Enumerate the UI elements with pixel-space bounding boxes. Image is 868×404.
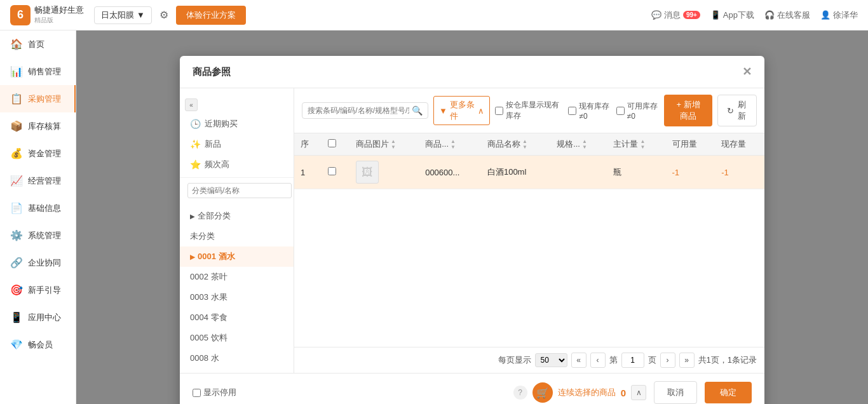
product-search-input[interactable] bbox=[308, 106, 409, 115]
modal-footer: 显示停用 ? 🛒 连续选择的商品 0 ∧ 取消 确定 bbox=[180, 373, 764, 404]
disabled-checkbox[interactable] bbox=[193, 389, 201, 397]
warehouse-checkbox[interactable] bbox=[495, 107, 503, 115]
product-reference-modal: 商品参照 ✕ « 🕒 近期购买 bbox=[180, 56, 764, 404]
enterprise-icon: 🔗 bbox=[10, 257, 23, 269]
refresh-button[interactable]: ↻ 刷新 bbox=[717, 95, 757, 126]
cat-0002-label: 0002 茶叶 bbox=[190, 271, 227, 283]
sort-image-icon: ▲▼ bbox=[391, 138, 396, 150]
modal-right-panel: 🔍 ▼ 更多条件 ∧ 按仓库显示现有库存 bbox=[294, 88, 764, 373]
quick-item-frequent-label: 频次高 bbox=[205, 159, 229, 170]
quick-item-recent[interactable]: 🕒 近期购买 bbox=[180, 114, 294, 134]
sidebar-item-home[interactable]: 🏠 首页 bbox=[0, 30, 76, 58]
user-avatar-area[interactable]: 👤 徐泽华 bbox=[820, 10, 858, 21]
category-list: ▶ 全部分类 未分类 ▶ 0001 酒水 0002 茶叶 bbox=[180, 203, 294, 373]
online-service-button[interactable]: 🎧 在线客服 bbox=[764, 10, 810, 21]
row-checkbox[interactable] bbox=[328, 167, 336, 175]
sidebar-item-enterprise[interactable]: 🔗 企业协同 bbox=[0, 249, 76, 276]
store-name: 日太阳膜 bbox=[101, 10, 134, 21]
col-image: 商品图片 ▲▼ bbox=[349, 133, 419, 156]
per-page-select[interactable]: 50 20 100 bbox=[535, 353, 567, 367]
sidebar-item-operation[interactable]: 📈 经营管理 bbox=[0, 167, 76, 194]
recent-icon: 🕒 bbox=[190, 119, 201, 129]
collapse-button[interactable]: « bbox=[185, 98, 198, 111]
page-suffix: 页 bbox=[648, 354, 656, 366]
footer-middle: ? 🛒 连续选择的商品 0 ∧ bbox=[513, 382, 646, 403]
sidebar-label-guide: 新手引导 bbox=[28, 285, 61, 296]
sidebar-item-inventory[interactable]: 📦 库存核算 bbox=[0, 112, 76, 140]
cat-item-0001[interactable]: ▶ 0001 酒水 bbox=[180, 246, 294, 267]
sidebar-label-finance: 资金管理 bbox=[28, 148, 61, 159]
member-icon: 💎 bbox=[10, 339, 23, 351]
usable-checkbox[interactable] bbox=[616, 107, 625, 115]
messages-button[interactable]: 💬 消息 99+ bbox=[651, 10, 700, 21]
filter-button[interactable]: ▼ 更多条件 ∧ bbox=[433, 96, 490, 125]
sort-unit-icon: ▲▼ bbox=[640, 138, 645, 150]
quick-item-frequent[interactable]: ⭐ 频次高 bbox=[180, 154, 294, 175]
sidebar-item-finance[interactable]: 💰 资金管理 bbox=[0, 140, 76, 167]
prev-page-button[interactable]: ‹ bbox=[590, 353, 606, 368]
search-icon[interactable]: 🔍 bbox=[412, 105, 423, 116]
sidebar-item-apps[interactable]: 📱 应用中心 bbox=[0, 304, 76, 331]
sidebar-item-sales[interactable]: 📊 销售管理 bbox=[0, 58, 76, 85]
sidebar-item-guide[interactable]: 🎯 新手引导 bbox=[0, 276, 76, 304]
show-disabled-checkbox[interactable]: 显示停用 bbox=[193, 387, 236, 398]
modal-close-button[interactable]: ✕ bbox=[742, 65, 752, 79]
page-number-input[interactable] bbox=[621, 353, 644, 368]
cat-item-0002[interactable]: 0002 茶叶 bbox=[180, 267, 294, 287]
category-search-input[interactable] bbox=[187, 183, 292, 198]
online-service-label: 在线客服 bbox=[777, 10, 810, 21]
select-all-checkbox[interactable] bbox=[328, 139, 336, 147]
gear-icon[interactable]: ⚙ bbox=[159, 9, 168, 21]
cancel-button[interactable]: 取消 bbox=[654, 381, 697, 404]
table-row[interactable]: 1 🖼 bbox=[294, 156, 764, 189]
cat-0008-label: 0008 水 bbox=[190, 353, 219, 364]
confirm-button[interactable]: 确定 bbox=[705, 382, 752, 403]
quick-item-new-label: 新品 bbox=[205, 138, 221, 150]
cell-seq: 1 bbox=[294, 156, 322, 189]
sidebar-item-basic[interactable]: 📄 基础信息 bbox=[0, 194, 76, 222]
usable-label: 可用库存≠0 bbox=[627, 101, 659, 121]
sidebar-item-purchase[interactable]: 📋 采购管理 bbox=[0, 85, 76, 112]
cat-0005-label: 0005 饮料 bbox=[190, 332, 227, 344]
modal-overlay: 商品参照 ✕ « 🕒 近期购买 bbox=[76, 30, 868, 404]
help-icon[interactable]: ? bbox=[513, 386, 527, 400]
cat-item-0004[interactable]: 0004 零食 bbox=[180, 307, 294, 328]
sidebar-item-member[interactable]: 💎 畅会员 bbox=[0, 331, 76, 358]
cat-item-all[interactable]: ▶ 全部分类 bbox=[180, 206, 294, 226]
sidebar-label-inventory: 库存核算 bbox=[28, 121, 61, 132]
warehouse-filter[interactable]: 按仓库显示现有库存 bbox=[495, 100, 563, 121]
next-page-button[interactable]: › bbox=[660, 353, 675, 368]
sidebar-item-system[interactable]: ⚙️ 系统管理 bbox=[0, 222, 76, 249]
refresh-label: 刷新 bbox=[736, 99, 747, 122]
cat-item-0003[interactable]: 0003 水果 bbox=[180, 287, 294, 307]
refresh-icon: ↻ bbox=[727, 106, 734, 116]
available-checkbox[interactable] bbox=[568, 107, 576, 115]
message-badge: 99+ bbox=[683, 11, 700, 19]
cat-item-0008[interactable]: 0008 水 bbox=[180, 348, 294, 368]
modal-header: 商品参照 ✕ bbox=[180, 56, 764, 88]
sidebar-label-sales: 销售管理 bbox=[28, 66, 61, 77]
add-product-button[interactable]: + 新增商品 bbox=[664, 95, 713, 126]
filter-icon: ▼ bbox=[439, 106, 447, 116]
cat-item-0005[interactable]: 0005 饮料 bbox=[180, 328, 294, 348]
usable-filter[interactable]: 可用库存≠0 bbox=[616, 101, 659, 121]
col-code: 商品... ▲▼ bbox=[419, 133, 481, 156]
frequent-icon: ⭐ bbox=[190, 159, 201, 170]
last-page-button[interactable]: » bbox=[679, 353, 695, 368]
logo-icon: 6 bbox=[10, 5, 31, 25]
cell-code: 000600... bbox=[419, 156, 481, 189]
messages-label: 消息 bbox=[664, 10, 681, 21]
cell-checkbox bbox=[322, 156, 349, 189]
app-download-button[interactable]: 📱 App下载 bbox=[710, 10, 754, 21]
first-page-button[interactable]: « bbox=[571, 353, 587, 368]
quick-item-new[interactable]: ✨ 新品 bbox=[180, 134, 294, 154]
cart-icon[interactable]: 🛒 bbox=[532, 382, 553, 403]
cat-item-00[interactable]: 未分类 bbox=[180, 226, 294, 246]
store-selector[interactable]: 日太阳膜 ▼ bbox=[94, 6, 152, 24]
trial-button[interactable]: 体验行业方案 bbox=[176, 6, 246, 25]
product-table-wrapper: 序 商品图片 ▲▼ bbox=[294, 133, 764, 347]
collapse-footer-button[interactable]: ∧ bbox=[631, 385, 646, 400]
cat-item-0010[interactable]: 0010 家电 bbox=[180, 368, 294, 373]
sidebar-label-purchase: 采购管理 bbox=[28, 93, 61, 105]
available-filter[interactable]: 现有库存≠0 bbox=[568, 101, 611, 121]
